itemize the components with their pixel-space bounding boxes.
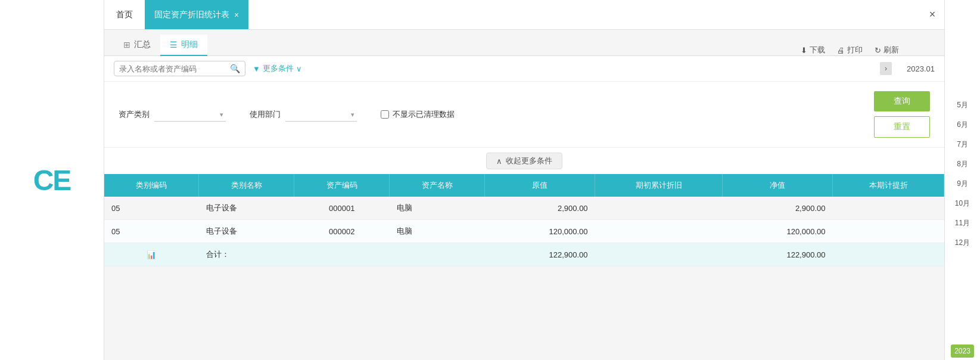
window-close-icon[interactable]: × <box>920 8 944 21</box>
tab-detail[interactable]: ☰ 明细 <box>160 35 207 56</box>
tab-summary[interactable]: ⊞ 汇总 <box>114 35 160 56</box>
sidebar-year[interactable]: 2023 <box>951 345 974 358</box>
department-select-wrap[interactable] <box>285 107 357 122</box>
sidebar-month-item[interactable]: 11月 <box>955 213 970 233</box>
total-icon: 📊 <box>104 243 199 266</box>
cell-cumulative-dep <box>595 197 723 220</box>
print-icon: 🖨 <box>837 46 845 55</box>
sidebar-month-item[interactable]: 9月 <box>955 174 970 194</box>
department-select[interactable] <box>285 107 357 122</box>
cell-category-name: 电子设备 <box>199 220 294 243</box>
download-label: 下载 <box>810 45 825 55</box>
col-category-code: 类别编码 <box>104 174 199 197</box>
main-table: 类别编码 类别名称 资产编码 资产名称 原值 期初累计折旧 净值 本期计提折 0… <box>104 174 944 266</box>
department-label: 使用部门 <box>250 109 281 120</box>
search-input[interactable] <box>119 64 226 73</box>
download-button[interactable]: ⬇ 下载 <box>801 45 825 55</box>
cell-net-value: 2,900.00 <box>723 197 833 220</box>
toolbar-tabs: ⊞ 汇总 ☰ 明细 ⬇ 下载 🖨 打印 ↻ 刷新 <box>104 30 944 56</box>
col-asset-name: 资产名称 <box>390 174 485 197</box>
cell-current-dep <box>833 197 944 220</box>
col-asset-code: 资产编码 <box>294 174 390 197</box>
tab-actions: ⬇ 下载 🖨 打印 ↻ 刷新 <box>801 45 935 55</box>
asset-category-select[interactable] <box>154 107 226 122</box>
total-label: 合计： <box>199 243 485 266</box>
refresh-button[interactable]: ↻ 刷新 <box>875 45 899 55</box>
tab-summary-label: 汇总 <box>134 39 151 50</box>
no-cleared-label: 不显示已清理数据 <box>393 109 455 120</box>
col-category-name: 类别名称 <box>199 174 294 197</box>
sidebar-month-item[interactable]: 6月 <box>955 115 970 135</box>
refresh-label: 刷新 <box>883 45 899 55</box>
no-cleared-checkbox-wrap[interactable]: 不显示已清理数据 <box>381 109 455 120</box>
cell-asset-code: 000001 <box>294 197 390 220</box>
asset-category-filter: 资产类别 <box>119 107 226 122</box>
search-input-wrap[interactable]: 🔍 <box>114 61 245 76</box>
home-tab[interactable]: 首页 <box>104 0 145 29</box>
collapse-icon: ∧ <box>496 157 502 166</box>
detail-icon: ☰ <box>170 40 178 49</box>
table-row: 05 电子设备 000001 电脑 2,900.00 2,900.00 <box>104 197 944 220</box>
asset-category-select-wrap[interactable] <box>154 107 226 122</box>
no-cleared-checkbox[interactable] <box>381 110 389 119</box>
sidebar-bottom: 2023 <box>951 253 974 360</box>
total-cumulative-dep <box>595 243 723 266</box>
query-button[interactable]: 查询 <box>874 91 930 111</box>
cell-category-name: 电子设备 <box>199 197 294 220</box>
col-net-value: 净值 <box>723 174 833 197</box>
total-original-value: 122,900.00 <box>485 243 595 266</box>
cell-original-value: 2,900.00 <box>485 197 595 220</box>
sidebar-month-item[interactable]: 10月 <box>955 194 970 213</box>
chevron-down-icon: ∨ <box>296 64 302 73</box>
top-nav: 首页 固定资产折旧统计表 × × <box>104 0 944 30</box>
tab-detail-label: 明细 <box>181 39 198 50</box>
search-icon: 🔍 <box>230 64 240 73</box>
main-tab[interactable]: 固定资产折旧统计表 × <box>145 0 248 29</box>
collapse-bar: ∧ 收起更多条件 <box>104 148 944 174</box>
cell-asset-name: 电脑 <box>390 220 485 243</box>
table-row: 05 电子设备 000002 电脑 120,000.00 120,000.00 <box>104 220 944 243</box>
collapse-right-button[interactable]: › <box>880 62 892 75</box>
cell-net-value: 120,000.00 <box>723 220 833 243</box>
sidebar-months: 5月6月7月8月9月10月11月12月 <box>955 95 970 253</box>
filter-row: 资产类别 使用部门 不显示已清理数据 <box>119 91 930 138</box>
print-button[interactable]: 🖨 打印 <box>837 45 863 55</box>
cell-cumulative-dep <box>595 220 723 243</box>
total-net-value: 122,900.00 <box>723 243 833 266</box>
close-icon[interactable]: × <box>234 10 239 20</box>
cell-category-code: 05 <box>104 197 199 220</box>
col-current-depreciation: 本期计提折 <box>833 174 944 197</box>
table-container: 类别编码 类别名称 资产编码 资产名称 原值 期初累计折旧 净值 本期计提折 0… <box>104 174 944 360</box>
date-display: 2023.01 <box>899 64 935 73</box>
logo-text: CE <box>33 164 71 197</box>
tab-label: 固定资产折旧统计表 <box>154 10 229 20</box>
asset-category-label: 资产类别 <box>119 109 150 120</box>
cell-category-code: 05 <box>104 220 199 243</box>
filter-area: 资产类别 使用部门 不显示已清理数据 <box>104 82 944 148</box>
collapse-label: 收起更多条件 <box>506 156 552 166</box>
more-conditions-button[interactable]: ▼ 更多条件 ∨ <box>253 63 302 74</box>
sidebar-month-item[interactable]: 5月 <box>955 95 970 115</box>
collapse-button[interactable]: ∧ 收起更多条件 <box>486 153 562 169</box>
more-conditions-label: 更多条件 <box>263 63 294 74</box>
table-header-row: 类别编码 类别名称 资产编码 资产名称 原值 期初累计折旧 净值 本期计提折 <box>104 174 944 197</box>
refresh-icon: ↻ <box>875 46 881 55</box>
print-label: 打印 <box>847 45 863 55</box>
search-bar: 🔍 ▼ 更多条件 ∨ › 2023.01 <box>104 56 944 82</box>
logo: CE <box>0 0 104 360</box>
col-cumulative-depreciation: 期初累计折旧 <box>595 174 723 197</box>
sidebar-month-item[interactable]: 8月 <box>955 154 970 174</box>
cell-original-value: 120,000.00 <box>485 220 595 243</box>
department-filter: 使用部门 <box>250 107 357 122</box>
download-icon: ⬇ <box>801 46 807 55</box>
sidebar-month-item[interactable]: 7月 <box>955 135 970 154</box>
total-row: 📊 合计： 122,900.00 122,900.00 <box>104 243 944 266</box>
cell-asset-code: 000002 <box>294 220 390 243</box>
cell-current-dep <box>833 220 944 243</box>
summary-icon: ⊞ <box>123 40 130 49</box>
filter-buttons: 查询 重置 <box>874 91 930 138</box>
cell-asset-name: 电脑 <box>390 197 485 220</box>
col-original-value: 原值 <box>485 174 595 197</box>
reset-button[interactable]: 重置 <box>874 116 930 138</box>
sidebar-month-item[interactable]: 12月 <box>955 233 970 253</box>
